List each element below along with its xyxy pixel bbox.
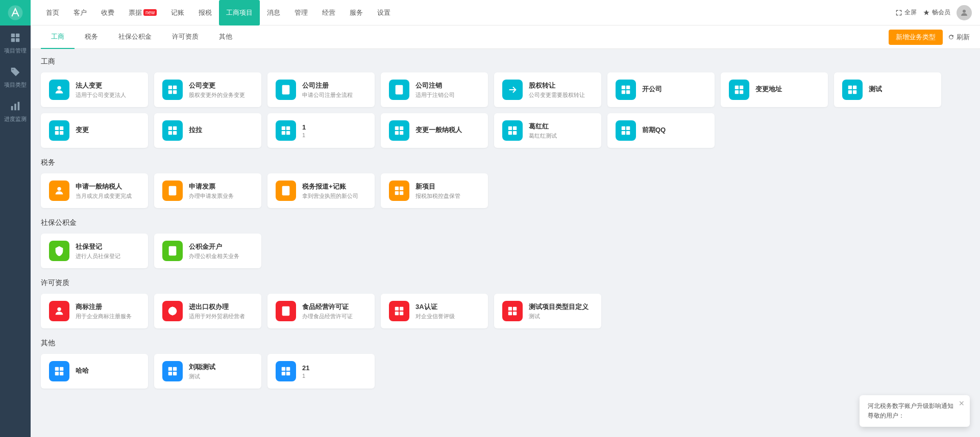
notification-text: 河北税务数字账户升级影响通知 尊敬的用户： [868,401,962,421]
card-jinchukouquan[interactable]: 进出口权办理 适用于对外贸易经营者 [154,294,261,328]
svg-rect-20 [735,86,739,89]
nav-fee[interactable]: 收费 [94,0,121,25]
card-biangeng2[interactable]: 变更 [41,113,148,148]
member-button[interactable]: 畅会员 [923,8,950,17]
nav-customer[interactable]: 客户 [66,0,94,25]
card-desc: 1 [302,132,366,138]
card-shenqing-fapiao[interactable]: 申请发票 办理申请发票业务 [154,173,261,208]
card-icon [616,80,636,100]
card-haha[interactable]: 哈哈 [41,354,148,389]
card-ceshi[interactable]: 测试 [834,72,941,107]
card-3a-renzheng[interactable]: 3A认证 对企业信誉评级 [381,294,488,328]
svg-rect-47 [513,131,517,135]
section-title-shebao: 社保公积金 [41,218,970,227]
card-21[interactable]: 21 1 [267,354,375,389]
card-kai-gongsi[interactable]: 开公司 [607,72,715,107]
sidebar-item-project-mgmt[interactable]: 项目管理 [0,25,31,60]
card-qianqi-qq[interactable]: 前期QQ [607,113,715,148]
card-shuiwu-baodao[interactable]: 税务报道+记账 拿到营业执照的新公司 [267,173,375,208]
nav-service[interactable]: 服务 [342,0,370,25]
card-title: 测试 [869,85,933,94]
svg-rect-23 [740,90,743,94]
sidebar-item-project-type[interactable]: 项目类型 [0,60,31,94]
nav-tax[interactable]: 报税 [191,0,219,25]
notification-close-button[interactable]: ✕ [959,399,965,407]
svg-rect-1 [11,34,15,37]
card-biangeng-naishui[interactable]: 变更一般纳税人 [381,113,488,148]
nav-ticket[interactable]: 票据 new [121,0,164,25]
svg-rect-62 [282,306,290,316]
nav-message[interactable]: 消息 [260,0,287,25]
nav-home[interactable]: 首页 [39,0,66,25]
card-shenqing-naishui[interactable]: 申请一般纳税人 当月或次月成变更完成 [41,173,148,208]
card-ceshi-leixing[interactable]: 测试项目类型目定义 测试 [494,294,601,328]
card-shipin-xuke[interactable]: 食品经营许可证 办理食品经营许可证 [267,294,375,328]
card-shangbiao-zhuce[interactable]: 商标注册 用于企业商标注册服务 [41,294,148,328]
card-gongsi-zhuxiao[interactable]: 公司注销 适用于注销公司 [381,72,488,107]
card-desc: 测试 [189,373,253,380]
card-desc: 报税加税控盘保管 [415,192,480,200]
card-icon [729,80,749,100]
page-content: 工商 法人变更 适用于公司变更法人 [31,49,980,407]
svg-rect-26 [848,90,852,94]
svg-rect-74 [60,372,63,375]
sidebar-item-progress[interactable]: 进度监测 [0,94,31,128]
card-faren-biangeng[interactable]: 法人变更 适用于公司变更法人 [41,72,148,107]
fullscreen-button[interactable]: 全屏 [895,8,917,17]
card-1[interactable]: 1 1 [267,113,375,148]
tab-other[interactable]: 其他 [209,25,242,49]
tab-shebao[interactable]: 社保公积金 [108,25,162,49]
card-title: 新项目 [415,182,480,191]
tab-gongshang[interactable]: 工商 [41,25,75,49]
topnav-right: 全屏 畅会员 [895,5,972,20]
card-desc: 股权变更外的业务变更 [189,91,253,99]
card-icon [502,120,523,141]
card-icon [162,120,183,141]
svg-rect-7 [18,102,20,111]
card-gongjijin-kaihu[interactable]: 公积金开户 办理公积金相关业务 [154,234,261,268]
new-type-button[interactable]: 新增业务类型 [889,30,943,45]
nav-settings[interactable]: 设置 [370,0,398,25]
card-icon [162,181,183,201]
card-title: 公司注销 [415,81,480,90]
tab-xuke[interactable]: 许可资质 [162,25,209,49]
svg-rect-33 [173,126,177,130]
card-title: 刘聪测试 [189,363,253,372]
svg-point-9 [57,86,61,90]
card-shebao-dengji[interactable]: 社保登记 进行人员社保登记 [41,234,148,268]
svg-rect-28 [55,126,59,130]
card-gongsi-zhuce[interactable]: 公司注册 申请公司注册全流程 [267,72,375,107]
card-liucong-ceshi[interactable]: 刘聪测试 测试 [154,354,261,389]
svg-rect-17 [626,86,630,89]
tab-shuiwu[interactable]: 税务 [75,25,108,49]
card-guquan-zhuanrang[interactable]: 股权转让 公司变更需要股权转让 [494,72,601,107]
card-icon [502,80,523,100]
card-biangeng-dizhi[interactable]: 变更地址 [721,72,828,107]
card-lala[interactable]: 拉拉 [154,113,261,148]
cards-grid-xuke: 商标注册 用于企业商标注册服务 进出口权办理 适用于对外贸易经营者 [41,294,970,328]
card-gongsi-biangeng[interactable]: 公司变更 股权变更外的业务变更 [154,72,261,107]
svg-rect-36 [282,126,285,130]
nav-operation[interactable]: 经营 [315,0,342,25]
refresh-button[interactable]: 刷新 [948,33,970,42]
svg-rect-50 [622,131,625,135]
card-gehonghong[interactable]: 葛红红 葛红红测试 [494,113,601,148]
avatar[interactable] [957,5,972,20]
svg-rect-59 [169,246,177,255]
svg-rect-58 [400,191,403,195]
card-title: 开公司 [642,85,706,94]
nav-bookkeeping[interactable]: 记账 [164,0,191,25]
svg-rect-72 [60,367,63,371]
card-icon [276,181,296,201]
card-desc: 申请公司注册全流程 [302,91,366,99]
card-title: 21 [302,364,366,372]
card-title: 哈哈 [76,366,140,375]
nav-management[interactable]: 管理 [287,0,315,25]
card-title: 公积金开户 [189,242,253,251]
cards-grid-shuiwu: 申请一般纳税人 当月或次月成变更完成 申请发票 办理申请发票业务 [41,173,970,208]
cards-grid-shebao: 社保登记 进行人员社保登记 公积金开户 办理公积金相关业务 [41,234,970,268]
card-xin-xiangmu[interactable]: 新项目 报税加税控盘保管 [381,173,488,208]
tabs-actions: 新增业务类型 刷新 [889,30,970,45]
nav-bizproject[interactable]: 工商项目 [219,0,260,25]
card-title: 商标注册 [76,302,140,312]
